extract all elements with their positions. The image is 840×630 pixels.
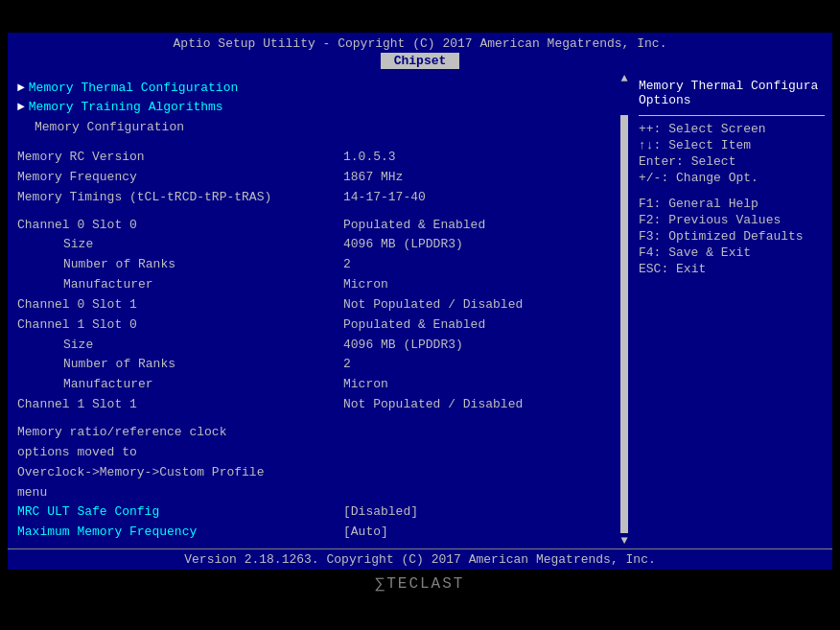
- row-ch1-slot1: Channel 1 Slot 1 Not Populated / Disable…: [17, 395, 621, 415]
- title-bar: Aptio Setup Utility - Copyright (C) 2017…: [8, 33, 832, 71]
- label-mrc-ult: MRC ULT Safe Config: [17, 503, 343, 522]
- row-ranks1: Number of Ranks 2: [17, 355, 621, 375]
- action-change-opt-text: Change Opt.: [676, 171, 758, 185]
- value-timings: 14-17-17-40: [343, 189, 426, 207]
- shortcut-f2: F2: Previous Values: [639, 213, 825, 227]
- label-mfr0: Manufacturer: [17, 276, 343, 294]
- action-f4-text: Save & Exit: [668, 245, 751, 260]
- action-f1-text: General Help: [668, 197, 758, 211]
- menu-item-memory-thermal[interactable]: ► Memory Thermal Configuration: [17, 79, 621, 99]
- key-f1: F1:: [639, 197, 661, 211]
- row-ch0-slot0: Channel 0 Slot 0 Populated & Enabled: [17, 216, 621, 236]
- label-ch1-slot1: Channel 1 Slot 1: [17, 396, 343, 414]
- chipset-tab[interactable]: Chipset: [381, 53, 460, 69]
- row-size0: Size 4096 MB (LPDDR3): [17, 235, 621, 255]
- spacer-help: [639, 187, 825, 197]
- shortcut-f4: F4: Save & Exit: [639, 245, 825, 260]
- brand-bar: ∑TECLAST: [376, 570, 465, 598]
- right-panel: Memory Thermal Configura Options ++: Sel…: [631, 71, 832, 548]
- action-esc-text: Exit: [676, 262, 706, 276]
- no-arrow: [17, 119, 31, 137]
- shortcut-f3: F3: Optimized Defaults: [639, 229, 825, 244]
- scroll-track[interactable]: [620, 86, 628, 533]
- value-ranks1: 2: [343, 356, 351, 374]
- value-ch1-slot0: Populated & Enabled: [343, 316, 485, 335]
- help-title: Memory Thermal Configura Options: [639, 79, 825, 107]
- value-max-freq: [Auto]: [343, 524, 388, 542]
- label-mfr1: Manufacturer: [17, 376, 343, 394]
- tab-bar: Chipset: [8, 51, 832, 71]
- shortcut-select-item: ↑↓: Select Item: [639, 138, 825, 152]
- value-rc-version: 1.0.5.3: [343, 149, 396, 167]
- label-max-freq: Maximum Memory Frequency: [17, 524, 343, 542]
- row-mfr0: Manufacturer Micron: [17, 275, 621, 295]
- row-rc-version: Memory RC Version 1.0.5.3: [17, 148, 621, 168]
- config-item-mrc[interactable]: MRC ULT Safe Config [Disabled]: [17, 502, 621, 523]
- label-frequency: Memory Frequency: [17, 169, 343, 187]
- row-timings: Memory Timings (tCL-tRCD-tRP-tRAS) 14-17…: [17, 188, 621, 208]
- info-line-1: options moved to: [17, 443, 621, 463]
- scrollbar[interactable]: ▲ ▼: [618, 71, 631, 548]
- key-esc: ESC:: [639, 262, 668, 276]
- row-size1: Size 4096 MB (LPDDR3): [17, 336, 621, 356]
- row-frequency: Memory Frequency 1867 MHz: [17, 168, 621, 188]
- row-mfr1: Manufacturer Micron: [17, 375, 621, 395]
- label-size1: Size: [17, 337, 343, 355]
- menu-label-memory-config: Memory Configuration: [35, 119, 361, 137]
- arrow-icon: ►: [17, 99, 25, 117]
- scroll-down-arrow[interactable]: ▼: [620, 535, 627, 548]
- value-mfr1: Micron: [343, 376, 388, 394]
- label-ch1-slot0: Channel 1 Slot 0: [17, 316, 343, 335]
- label-ranks1: Number of Ranks: [17, 356, 343, 374]
- info-line-2: Overclock->Memory->Custom Profile: [17, 463, 621, 483]
- shortcut-esc: ESC: Exit: [639, 262, 825, 276]
- label-ranks0: Number of Ranks: [17, 256, 343, 274]
- value-size0: 4096 MB (LPDDR3): [343, 236, 463, 254]
- value-ch0-slot1: Not Populated / Disabled: [343, 296, 523, 315]
- value-ranks0: 2: [343, 256, 351, 274]
- label-ch0-slot1: Channel 0 Slot 1: [17, 296, 343, 315]
- row-ch1-slot0: Channel 1 Slot 0 Populated & Enabled: [17, 315, 621, 336]
- value-frequency: 1867 MHz: [343, 169, 403, 187]
- arrow-icon: ►: [17, 80, 25, 98]
- key-f2: F2:: [639, 213, 661, 227]
- main-area: ► Memory Thermal Configuration ► Memory …: [8, 71, 832, 548]
- scroll-up-arrow[interactable]: ▲: [620, 71, 627, 84]
- spacer: [17, 138, 621, 148]
- value-ch0-slot0: Populated & Enabled: [343, 217, 485, 235]
- value-size1: 4096 MB (LPDDR3): [343, 337, 463, 355]
- shortcut-change-opt: +/-: Change Opt.: [639, 171, 825, 185]
- row-ranks0: Number of Ranks 2: [17, 255, 621, 275]
- action-f3-text: Optimized Defaults: [668, 229, 803, 244]
- config-item-maxfreq[interactable]: Maximum Memory Frequency [Auto]: [17, 523, 621, 543]
- left-panel: ► Memory Thermal Configuration ► Memory …: [8, 71, 631, 548]
- shortcut-select-screen: ++: Select Screen: [639, 122, 825, 136]
- spacer2: [17, 208, 621, 216]
- value-ch1-slot1: Not Populated / Disabled: [343, 396, 523, 414]
- menu-label-memory-training: Memory Training Algorithms: [29, 99, 355, 117]
- shortcut-enter: Enter: Select: [639, 154, 825, 169]
- value-mfr0: Micron: [343, 276, 388, 294]
- key-change-opt: +/-:: [639, 171, 668, 185]
- value-mrc-ult: [Disabled]: [343, 503, 418, 522]
- info-line-3: menu: [17, 483, 621, 503]
- menu-item-memory-config[interactable]: Memory Configuration: [17, 118, 621, 138]
- scroll-thumb[interactable]: [620, 86, 628, 115]
- bios-screen: Aptio Setup Utility - Copyright (C) 2017…: [8, 33, 832, 570]
- action-f2-text: Previous Values: [668, 213, 781, 227]
- action-select-screen-text: Select Screen: [668, 122, 765, 136]
- shortcut-f1: F1: General Help: [639, 197, 825, 211]
- key-f3: F3:: [639, 229, 661, 244]
- menu-label-memory-thermal: Memory Thermal Configuration: [29, 80, 355, 98]
- info-line-0: Memory ratio/reference clock: [17, 423, 621, 443]
- label-size0: Size: [17, 236, 343, 254]
- screen-wrapper: Aptio Setup Utility - Copyright (C) 2017…: [0, 0, 840, 630]
- help-divider: [639, 115, 825, 116]
- footer-bar: Version 2.18.1263. Copyright (C) 2017 Am…: [8, 548, 832, 570]
- title-text: Aptio Setup Utility - Copyright (C) 2017…: [174, 36, 667, 51]
- menu-item-memory-training[interactable]: ► Memory Training Algorithms: [17, 98, 621, 118]
- spacer3: [17, 415, 621, 423]
- action-enter-text: Select: [691, 154, 736, 169]
- footer-text: Version 2.18.1263. Copyright (C) 2017 Am…: [184, 552, 655, 567]
- label-timings: Memory Timings (tCL-tRCD-tRP-tRAS): [17, 189, 343, 207]
